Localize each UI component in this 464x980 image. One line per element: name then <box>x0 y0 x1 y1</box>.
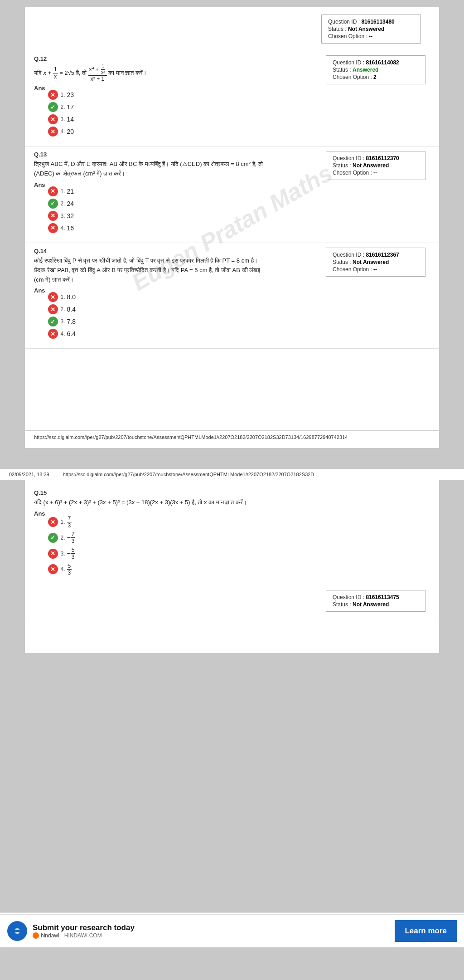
hindawi-logo-icon <box>11 925 24 937</box>
list-item: ✓ 2. 17 <box>48 102 74 112</box>
correct-icon: ✓ <box>48 317 58 327</box>
page2-url: https://ssc.digialm.com//per/g27/pub/220… <box>63 472 314 477</box>
wrong-icon: ✕ <box>48 304 58 314</box>
list-item: ✕ 2. 8.4 <box>48 304 76 314</box>
wrong-icon: ✕ <box>48 90 58 100</box>
list-item: ✕ 1. 8.0 <box>48 292 76 302</box>
wrong-icon: ✕ <box>48 223 58 233</box>
list-item: ✕ 1. 73 <box>48 515 76 529</box>
list-item: ✓ 3. 7.8 <box>48 317 76 327</box>
ad-title: Submit your research today <box>33 923 389 932</box>
list-item: ✕ 4. 53 <box>48 563 76 576</box>
ad-text-area: Submit your research today hindawi HINDA… <box>33 923 389 939</box>
bottom-space <box>25 621 439 648</box>
question-q15: Q.15 यदि (x + 6)³ + (2x + 3)² + (3x + 5)… <box>25 485 439 621</box>
q13-info-box: Question ID : 81616112370 Status : Not A… <box>326 151 425 180</box>
svg-point-0 <box>12 926 23 936</box>
wrong-icon: ✕ <box>48 517 58 527</box>
q12-options: ✕ 1. 23 ✓ 2. 17 ✕ 3. 14 ✕ <box>48 88 74 139</box>
question-q12: Question ID : 81616114082 Status : Answe… <box>25 51 439 146</box>
list-item: ✕ 4. 6.4 <box>48 329 76 339</box>
wrong-icon: ✕ <box>48 211 58 221</box>
q15-number: Q.15 <box>34 489 430 496</box>
ad-banner: Submit your research today hindawi HINDA… <box>0 914 464 947</box>
learn-more-button[interactable]: Learn more <box>395 920 457 942</box>
list-item: ✕ 1. 23 <box>48 90 74 100</box>
wrong-icon: ✕ <box>48 114 58 124</box>
top-qid-value: 81616113480 <box>361 19 394 25</box>
q15-options: ✕ 1. 73 ✓ 2. −73 ✕ <box>48 513 76 578</box>
ad-brand-url: HINDAWI.COM <box>64 932 102 939</box>
page2-date: 02/09/2021, 18:29 <box>9 472 49 477</box>
correct-icon: ✓ <box>48 102 58 112</box>
wrong-icon: ✕ <box>48 292 58 302</box>
list-item: ✕ 3. 32 <box>48 211 74 221</box>
top-chosen-label: Chosen Option : <box>328 33 367 39</box>
page2-header: 02/09/2021, 18:29 https://ssc.digialm.co… <box>0 469 464 480</box>
q14-info-box: Question ID : 81616112367 Status : Not A… <box>326 248 425 277</box>
top-status-value: Not Answered <box>348 26 384 32</box>
q15-info-box: Question ID : 81616113475 Status : Not A… <box>326 590 425 612</box>
list-item: ✓ 2. 24 <box>48 199 74 209</box>
q15-text: यदि (x + 6)³ + (2x + 3)² + (3x + 5)³ = (… <box>34 498 430 507</box>
brand-icon <box>33 932 39 939</box>
list-item: ✓ 2. −73 <box>48 531 76 545</box>
q14-options: ✕ 1. 8.0 ✕ 2. 8.4 ✓ 3. 7.8 <box>48 290 76 341</box>
q12-info-box: Question ID : 81616114082 Status : Answe… <box>326 55 425 84</box>
ad-logo <box>7 921 27 941</box>
list-item: ✕ 3. −53 <box>48 547 76 561</box>
question-q14: Question ID : 81616112367 Status : Not A… <box>25 243 439 349</box>
q15-ans-label: Ans <box>34 510 45 581</box>
wrong-icon: ✕ <box>48 549 58 559</box>
correct-icon: ✓ <box>48 533 58 543</box>
top-chosen-value: -- <box>369 33 372 39</box>
wrong-icon: ✕ <box>48 564 58 574</box>
question-q13: Question ID : 81616112370 Status : Not A… <box>25 146 439 243</box>
page1-url: https://ssc.digialm.com//per/g27/pub/220… <box>25 430 439 444</box>
q13-ans-label: Ans <box>34 181 45 238</box>
list-item: ✕ 3. 14 <box>48 114 74 124</box>
q14-ans-label: Ans <box>34 287 45 344</box>
empty-space <box>25 349 439 430</box>
wrong-icon: ✕ <box>48 127 58 137</box>
ad-brand-name: hindawi <box>41 932 59 939</box>
page-gap <box>0 452 464 465</box>
wrong-icon: ✕ <box>48 186 58 196</box>
q12-ans-label: Ans <box>34 85 45 141</box>
wrong-icon: ✕ <box>48 329 58 339</box>
q13-options: ✕ 1. 21 ✓ 2. 24 ✕ 3. 32 ✕ <box>48 184 74 235</box>
list-item: ✕ 1. 21 <box>48 186 74 196</box>
ad-brand: hindawi HINDAWI.COM <box>33 932 389 939</box>
top-status-label: Status : <box>328 26 347 32</box>
top-qid-label: Question ID : <box>328 19 360 25</box>
list-item: ✕ 4. 16 <box>48 223 74 233</box>
page2-content: Q.15 यदि (x + 6)³ + (2x + 3)² + (3x + 5)… <box>25 480 439 653</box>
correct-icon: ✓ <box>48 199 58 209</box>
list-item: ✕ 4. 20 <box>48 127 74 137</box>
top-question-info: Question ID : 81616113480 Status : Not A… <box>321 15 421 44</box>
